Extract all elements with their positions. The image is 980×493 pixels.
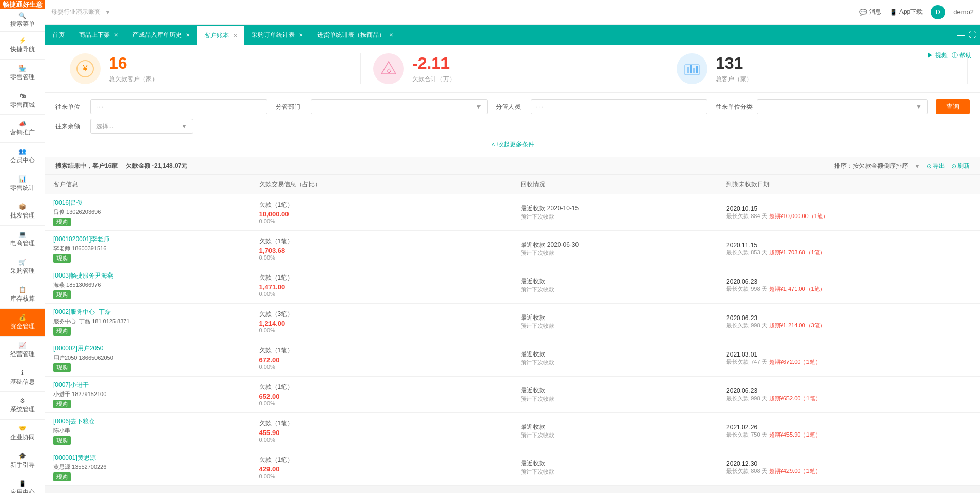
filter-unit-category: 往来单位分类 ▼ <box>716 99 928 114</box>
top-bar-left: 母婴行业演示账套 ▼ <box>51 8 111 16</box>
payback-next: 预计下次收款 <box>521 359 710 366</box>
debt-amount[interactable]: 10,000.00 <box>259 210 505 218</box>
cell-debt-info: 欠款（1笔） 1,471.00 0.00% <box>251 267 513 304</box>
tab-close-product-offline[interactable]: ✕ <box>114 32 118 38</box>
debt-percent: 0.00% <box>259 473 505 479</box>
sort-arrow-icon: ▼ <box>914 163 920 170</box>
tab-purchase-stats[interactable]: 采购订单统计表 ✕ <box>244 25 310 45</box>
tab-close-product-history[interactable]: ✕ <box>186 32 190 38</box>
overdue-link[interactable]: 超期¥1,703.68（1笔） <box>769 249 825 255</box>
overdue-link[interactable]: 超期¥455.90（1笔） <box>769 431 821 438</box>
payback-next: 预计下次收款 <box>521 249 710 257</box>
debt-amount[interactable]: 1,471.00 <box>259 283 505 291</box>
cell-debt-info: 欠款（1笔） 652.00 0.00% <box>251 377 513 413</box>
department-input[interactable]: ▼ <box>311 99 488 114</box>
tab-product-offline[interactable]: 商品上下架 ✕ <box>72 25 125 45</box>
tab-close-purchase-stats[interactable]: ✕ <box>299 32 303 38</box>
app-download-btn[interactable]: 📱 App下载 <box>890 8 923 16</box>
sidebar-item-ecommerce[interactable]: 💻 电商管理 <box>0 226 45 253</box>
sidebar-item-app-center[interactable]: 📱 应用中心 <box>0 475 45 493</box>
debt-amount[interactable]: 652.00 <box>259 392 505 400</box>
customer-name-link[interactable]: [000001]黄思源 <box>53 454 96 461</box>
col-customer-info: 客户信息 <box>45 175 251 194</box>
col-due-date: 到期未收款日期 <box>718 175 980 194</box>
tab-customer-account[interactable]: 客户账本 ✕ <box>197 25 244 45</box>
overdue-link[interactable]: 超期¥672.00（1笔） <box>769 359 821 365</box>
overdue-link[interactable]: 超期¥1,214.00（3笔） <box>769 322 825 328</box>
video-btn[interactable]: ▶ 视频 <box>927 51 947 60</box>
unit-category-input[interactable]: ▼ <box>757 99 928 114</box>
debt-amount[interactable]: 1,214.00 <box>259 320 505 327</box>
overdue-days: 最长欠款 998 天 <box>726 322 769 328</box>
tab-product-history[interactable]: 产成品入库单历史 ✕ <box>125 25 197 45</box>
sidebar-item-retail-mall[interactable]: 🛍 零售商城 <box>0 87 45 115</box>
cell-customer-info: [0001020001]李老师 李老师 18600391516 现购 <box>45 231 251 267</box>
balance-placeholder: 选择... <box>96 122 113 131</box>
overdue-link[interactable]: 超期¥10,000.00（1笔） <box>769 213 829 219</box>
tab-close-inbound-stats[interactable]: ✕ <box>389 32 393 38</box>
overdue-link[interactable]: 超期¥429.00（1笔） <box>769 468 821 474</box>
debt-amount[interactable]: 455.90 <box>259 429 505 437</box>
source-unit-input[interactable]: ··· <box>90 99 267 114</box>
col-payback: 回收情况 <box>512 175 718 194</box>
due-date: 2021.02.26 <box>726 424 972 431</box>
overdue-days: 最长欠款 808 天 <box>726 468 769 474</box>
manager-input[interactable]: ··· <box>531 99 708 114</box>
sidebar-item-finance[interactable]: 💰 资金管理 <box>0 309 45 337</box>
tab-inbound-stats[interactable]: 进货单统计表（按商品） ✕ <box>310 25 400 45</box>
tab-close-customer-account[interactable]: ✕ <box>233 33 237 38</box>
customer-name-link[interactable]: [0002]服务中心_丁磊 <box>53 308 111 315</box>
sidebar-item-system[interactable]: ⚙ 系统管理 <box>0 392 45 420</box>
export-icon: ⊙ <box>927 163 932 170</box>
sidebar-item-enterprise[interactable]: 🤝 企业协同 <box>0 420 45 447</box>
stat-debt-amount: ◇ -2.11 欠款合计（万） <box>361 53 664 84</box>
debt-amount[interactable]: 672.00 <box>259 356 505 364</box>
customer-name-link[interactable]: [000002]用户2050 <box>53 345 103 352</box>
debt-count: 欠款（1笔） <box>259 346 505 355</box>
cell-due-date: 2020.06.23 最长欠款 998 天 超期¥1,214.00（3笔） <box>718 304 980 340</box>
sidebar-item-biz-mgmt[interactable]: 📈 经营管理 <box>0 337 45 364</box>
customer-phone: 小进干 18279152100 <box>53 390 243 398</box>
overdue-link[interactable]: 超期¥1,471.00（1笔） <box>769 286 825 292</box>
customer-name-link[interactable]: [0003]畅捷服务尹海燕 <box>53 272 113 279</box>
payback-latest: 最近收款 <box>521 313 710 322</box>
balance-input[interactable]: 选择... ▼ <box>90 119 193 134</box>
sidebar-item-inventory[interactable]: 📋 库存核算 <box>0 281 45 309</box>
sidebar-item-batch-mgmt[interactable]: 📦 批发管理 <box>0 198 45 226</box>
customer-tag: 现购 <box>53 327 71 336</box>
debt-amount[interactable]: 1,703.68 <box>259 247 505 254</box>
customer-name-link[interactable]: [0007]小进干 <box>53 381 89 388</box>
customer-name-link[interactable]: [0016]吕俊 <box>53 199 83 206</box>
help-btn[interactable]: ⓘ 帮助 <box>952 51 972 60</box>
user-avatar: D <box>931 5 945 19</box>
sidebar-item-newbie[interactable]: 🎓 新手引导 <box>0 447 45 475</box>
cell-payback: 最近收款 预计下次收款 <box>512 304 718 340</box>
cell-payback: 最近收款 2020-10-15 预计下次收款 <box>512 194 718 231</box>
table-row: [000001]黄思源 黄思源 13552700226 现购 欠款（1笔） 42… <box>45 449 980 486</box>
customer-name-link[interactable]: [0001020001]李老师 <box>53 235 109 243</box>
balance-label: 往来余额 <box>55 122 86 131</box>
sidebar-item-basic-info[interactable]: ℹ 基础信息 <box>0 364 45 392</box>
sidebar-item-quick-nav[interactable]: ⚡ 快捷导航 <box>0 32 45 60</box>
sidebar-item-purchase[interactable]: 🛒 采购管理 <box>0 253 45 281</box>
tab-minimize-icon[interactable]: — <box>957 31 965 39</box>
sidebar-item-retail-mgmt[interactable]: 🏪 零售管理 <box>0 60 45 87</box>
overdue-link[interactable]: 超期¥652.00（1笔） <box>769 395 821 401</box>
debt-amount[interactable]: 429.00 <box>259 465 505 473</box>
stat-icon-debt-customers: ¥ <box>70 53 101 84</box>
payback-next: 预计下次收款 <box>521 322 710 330</box>
refresh-btn[interactable]: ⊙ 刷新 <box>951 162 970 170</box>
sidebar-item-member[interactable]: 👥 会员中心 <box>0 143 45 170</box>
debt-percent: 0.00% <box>259 400 505 406</box>
message-btn[interactable]: 💬 消息 <box>859 8 881 16</box>
tab-maximize-icon[interactable]: ⛶ <box>969 31 976 39</box>
filter-collapse-btn[interactable]: ∧ 收起更多条件 <box>55 138 970 151</box>
sidebar-item-marketing[interactable]: 📣 营销推广 <box>0 115 45 143</box>
query-button[interactable]: 查询 <box>936 99 970 114</box>
customer-name-link[interactable]: [0006]去下粮仓 <box>53 418 95 425</box>
cell-customer-info: [0016]吕俊 吕俊 13026203696 现购 <box>45 194 251 231</box>
sidebar-item-retail-stats[interactable]: 📊 零售统计 <box>0 170 45 198</box>
export-btn[interactable]: ⊙ 导出 <box>927 162 945 170</box>
tab-home[interactable]: 首页 <box>45 25 72 45</box>
sidebar-item-search[interactable]: 🔍 搜索菜单 <box>0 9 45 32</box>
